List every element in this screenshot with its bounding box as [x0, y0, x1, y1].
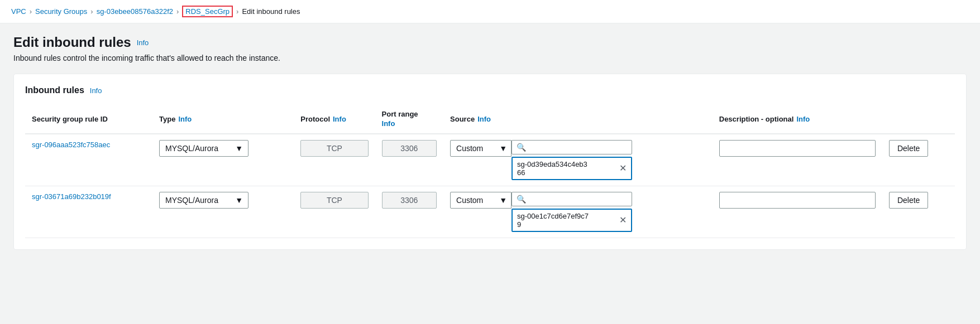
sg-tag-text-2: sg-00e1c7cd6e7ef9c79 — [517, 212, 616, 229]
delete-button-2[interactable]: Delete — [889, 192, 928, 209]
source-search-wrapper-1: 🔍 sg-0d39eda534c4eb366 ✕ — [511, 140, 632, 180]
port-field-1: 3306 — [382, 140, 437, 157]
type-select-1[interactable]: MYSQL/Aurora — [159, 140, 248, 157]
page-header: Edit inbound rules Info — [13, 35, 967, 50]
section-info-link[interactable]: Info — [90, 86, 102, 95]
card-title: Inbound rules — [25, 85, 84, 95]
description-info-link[interactable]: Info — [796, 115, 810, 123]
type-select-2[interactable]: MYSQL/Aurora — [159, 192, 248, 209]
protocol-field-2: TCP — [300, 192, 368, 209]
source-select-wrapper-1[interactable]: Custom ▼ — [450, 140, 511, 157]
col-protocol: Protocol Info — [294, 104, 375, 134]
description-cell-1[interactable] — [713, 134, 882, 186]
delete-button-1[interactable]: Delete — [889, 140, 928, 157]
description-cell-2[interactable] — [713, 186, 882, 238]
type-info-link[interactable]: Info — [178, 115, 192, 123]
action-cell-1[interactable]: Delete — [882, 134, 955, 186]
breadcrumb-vpc[interactable]: VPC — [11, 7, 26, 16]
breadcrumb-sg-id[interactable]: sg-03ebee08576a322f2 — [97, 7, 173, 16]
col-rule-id: Security group rule ID — [25, 104, 152, 134]
search-input-1[interactable] — [529, 143, 627, 152]
main-content: Edit inbound rules Info Inbound rules co… — [0, 23, 980, 261]
page-info-link[interactable]: Info — [137, 38, 149, 47]
breadcrumb-security-groups[interactable]: Security Groups — [35, 7, 87, 16]
sg-tag-1: sg-0d39eda534c4eb366 ✕ — [511, 157, 632, 180]
col-actions — [882, 104, 955, 134]
table-header-row: Security group rule ID Type Info Protoco… — [25, 104, 955, 134]
table-row: sgr-03671a69b232b019f MYSQL/Aurora ▼ — [25, 186, 955, 238]
col-port: Port range Info — [375, 104, 444, 134]
source-cell-2[interactable]: Custom ▼ 🔍 — [443, 186, 713, 238]
rules-table: Security group rule ID Type Info Protoco… — [25, 104, 955, 238]
breadcrumb-sep-3: › — [176, 7, 179, 16]
sg-tag-text-1: sg-0d39eda534c4eb366 — [517, 160, 616, 177]
port-cell-1: 3306 — [375, 134, 444, 186]
description-input-1[interactable] — [719, 140, 876, 157]
search-input-2[interactable] — [529, 195, 627, 204]
sg-tag-2: sg-00e1c7cd6e7ef9c79 ✕ — [511, 209, 632, 232]
breadcrumb: VPC › Security Groups › sg-03ebee08576a3… — [0, 0, 980, 23]
source-select-1[interactable]: Custom — [450, 140, 511, 157]
breadcrumb-sep-4: › — [236, 7, 238, 16]
protocol-info-link[interactable]: Info — [333, 115, 346, 123]
type-cell-1[interactable]: MYSQL/Aurora ▼ — [152, 134, 294, 186]
port-cell-2: 3306 — [375, 186, 444, 238]
table-row: sgr-096aaa523fc758aec MYSQL/Aurora ▼ — [25, 134, 955, 186]
search-input-row-2[interactable]: 🔍 — [511, 192, 632, 206]
type-cell-2[interactable]: MYSQL/Aurora ▼ — [152, 186, 294, 238]
action-cell-2[interactable]: Delete — [882, 186, 955, 238]
protocol-field-1: TCP — [300, 140, 368, 157]
type-select-wrapper-1[interactable]: MYSQL/Aurora ▼ — [159, 140, 248, 157]
source-select-wrapper-2[interactable]: Custom ▼ — [450, 192, 511, 209]
rule-id-cell-1: sgr-096aaa523fc758aec — [25, 134, 152, 186]
protocol-cell-2: TCP — [294, 186, 375, 238]
rules-table-wrapper: Security group rule ID Type Info Protoco… — [25, 104, 955, 238]
protocol-cell-1: TCP — [294, 134, 375, 186]
sg-tag-close-2[interactable]: ✕ — [619, 216, 627, 225]
page-title: Edit inbound rules — [13, 35, 131, 50]
source-cell-1[interactable]: Custom ▼ 🔍 — [443, 134, 713, 186]
source-select-2[interactable]: Custom — [450, 192, 511, 209]
breadcrumb-sep-1: › — [30, 7, 32, 16]
type-select-wrapper-2[interactable]: MYSQL/Aurora ▼ — [159, 192, 248, 209]
breadcrumb-sg-name[interactable]: RDS_SecGrp — [182, 6, 233, 17]
source-info-link[interactable]: Info — [477, 115, 491, 123]
breadcrumb-current-page: Edit inbound rules — [242, 7, 300, 16]
description-input-2[interactable] — [719, 192, 876, 209]
rule-id-2: sgr-03671a69b232b019f — [32, 192, 111, 201]
search-icon-1: 🔍 — [517, 143, 526, 152]
col-description: Description - optional Info — [713, 104, 882, 134]
rule-id-cell-2: sgr-03671a69b232b019f — [25, 186, 152, 238]
card-header: Inbound rules Info — [25, 85, 955, 95]
search-icon-2: 🔍 — [517, 195, 526, 204]
port-info-link[interactable]: Info — [382, 119, 395, 128]
col-source: Source Info — [443, 104, 713, 134]
rule-id-1: sgr-096aaa523fc758aec — [32, 141, 110, 149]
page-description: Inbound rules control the incoming traff… — [13, 54, 967, 62]
col-type: Type Info — [152, 104, 294, 134]
inbound-rules-card: Inbound rules Info Security group rule I… — [13, 74, 967, 250]
sg-tag-close-1[interactable]: ✕ — [619, 164, 627, 173]
breadcrumb-sep-2: › — [90, 7, 93, 16]
source-search-wrapper-2: 🔍 sg-00e1c7cd6e7ef9c79 ✕ — [511, 192, 632, 232]
search-input-row-1[interactable]: 🔍 — [511, 140, 632, 154]
port-field-2: 3306 — [382, 192, 437, 209]
